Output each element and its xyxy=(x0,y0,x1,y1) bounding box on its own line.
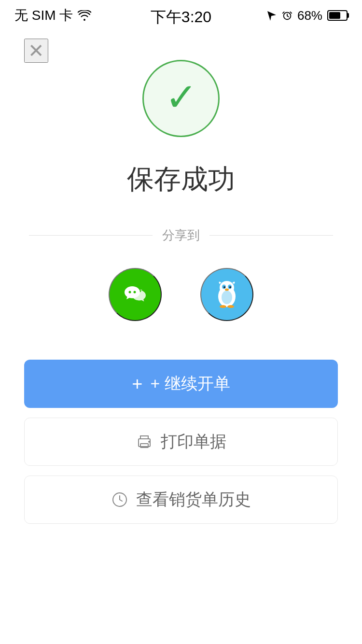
wifi-icon xyxy=(78,10,91,21)
action-buttons: + + 继续开单 打印单据 查看销货单历史 xyxy=(0,360,362,524)
svg-point-16 xyxy=(148,441,150,443)
print-label: 打印单据 xyxy=(161,431,226,453)
share-icons xyxy=(109,268,253,321)
svg-point-3 xyxy=(133,291,136,293)
svg-point-10 xyxy=(225,288,229,291)
continue-plus-icon: + xyxy=(132,374,142,394)
continue-button[interactable]: + + 继续开单 xyxy=(24,360,338,408)
checkmark-icon: ✓ xyxy=(165,78,197,117)
svg-point-12 xyxy=(220,305,226,308)
history-label: 查看销货单历史 xyxy=(136,489,251,511)
print-button[interactable]: 打印单据 xyxy=(24,418,338,466)
success-circle: ✓ xyxy=(142,60,220,137)
close-icon: ✕ xyxy=(28,41,44,60)
svg-point-13 xyxy=(227,305,234,308)
svg-point-9 xyxy=(229,286,231,288)
no-sim-text: 无 SIM 卡 xyxy=(14,6,73,25)
qq-share-button[interactable] xyxy=(200,268,253,321)
svg-point-11 xyxy=(222,291,232,304)
close-button[interactable]: ✕ xyxy=(24,39,48,63)
divider-line-right xyxy=(209,235,333,236)
qq-icon xyxy=(211,279,243,310)
history-button[interactable]: 查看销货单历史 xyxy=(24,476,338,524)
share-divider: 分享到 xyxy=(0,227,362,244)
status-left: 无 SIM 卡 xyxy=(14,6,91,25)
wechat-share-button[interactable] xyxy=(109,268,162,321)
location-icon xyxy=(266,10,277,21)
status-bar: 无 SIM 卡 下午3:20 68% xyxy=(0,0,362,31)
alarm-icon xyxy=(282,10,292,21)
battery-icon xyxy=(327,10,348,21)
success-title: 保存成功 xyxy=(127,161,235,198)
svg-point-2 xyxy=(128,291,131,293)
status-time: 下午3:20 xyxy=(151,7,211,28)
battery-percent: 68% xyxy=(297,8,322,23)
history-icon xyxy=(111,491,128,508)
share-label: 分享到 xyxy=(153,227,209,244)
continue-label: + 继续开单 xyxy=(150,373,230,395)
print-icon xyxy=(136,433,153,450)
wechat-icon xyxy=(120,281,151,308)
status-right: 68% xyxy=(266,8,348,23)
divider-line-left xyxy=(29,235,153,236)
main-content: ✓ 保存成功 分享到 xyxy=(0,31,362,524)
svg-point-8 xyxy=(223,286,225,288)
